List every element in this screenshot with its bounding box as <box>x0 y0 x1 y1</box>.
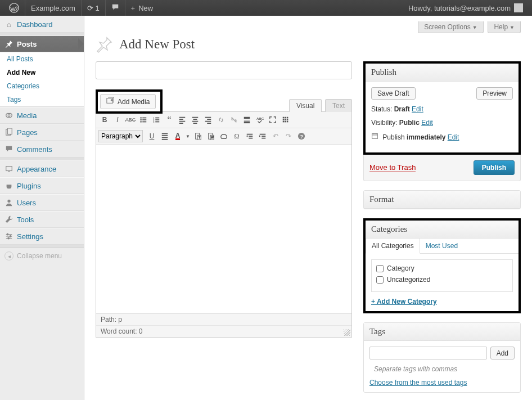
sidebar-sub-categories[interactable]: Categories <box>0 79 84 93</box>
categories-metabox-title[interactable]: Categories <box>366 221 519 239</box>
resize-handle[interactable] <box>344 329 350 336</box>
toolbar-fullscreen[interactable] <box>267 114 279 126</box>
sidebar-item-pages[interactable]: Pages <box>0 124 84 141</box>
editor-tab-text[interactable]: Text <box>325 99 352 112</box>
toolbar-paste-text[interactable]: T <box>192 130 204 142</box>
svg-rect-26 <box>244 122 250 124</box>
wp-logo[interactable] <box>3 0 25 16</box>
toolbar-remove-formatting[interactable] <box>218 130 230 142</box>
toolbar-underline[interactable]: U <box>146 130 158 142</box>
toolbar-unlink[interactable] <box>228 114 240 126</box>
add-media-button[interactable]: Add Media <box>100 94 156 109</box>
screen-options-button[interactable]: Screen Options▼ <box>418 21 484 33</box>
editor-tab-visual[interactable]: Visual <box>289 99 322 112</box>
svg-text:?: ? <box>300 134 303 140</box>
toolbar-redo[interactable]: ↷ <box>282 130 295 142</box>
category-checkbox[interactable] <box>376 265 384 272</box>
svg-rect-23 <box>155 122 159 123</box>
svg-point-7 <box>7 233 8 235</box>
toolbar-align-justify[interactable] <box>159 130 171 142</box>
toolbar-align-left[interactable] <box>176 114 188 126</box>
save-draft-button[interactable]: Save Draft <box>371 87 416 100</box>
collapse-menu[interactable]: ◂ Collapse menu <box>0 248 84 264</box>
add-new-category-link[interactable]: + Add New Category <box>371 298 437 305</box>
toolbar-special-char[interactable]: Ω <box>231 130 243 142</box>
visibility-label: Visibility: <box>371 119 397 127</box>
svg-point-12 <box>140 117 142 119</box>
preview-button[interactable]: Preview <box>476 87 513 100</box>
toolbar-outdent[interactable] <box>244 130 256 142</box>
sidebar-item-comments[interactable]: Comments <box>0 141 84 158</box>
sidebar-item-users[interactable]: Users <box>0 194 84 211</box>
admin-bar-account[interactable]: Howdy, tutorials@example.com <box>403 0 529 16</box>
admin-bar-new[interactable]: +New <box>125 0 159 16</box>
toolbar-numbered-list[interactable]: 123 <box>150 114 163 126</box>
toolbar-paste-word[interactable]: W <box>205 130 217 142</box>
toolbar-strikethrough[interactable]: ABC <box>124 114 137 126</box>
toolbar-color-dropdown[interactable]: ▼ <box>184 130 191 142</box>
sidebar-item-appearance[interactable]: Appearance <box>0 160 84 177</box>
updates-count: 1 <box>95 4 99 12</box>
help-button[interactable]: Help▼ <box>488 21 521 33</box>
category-item[interactable]: Uncategorized <box>376 276 508 284</box>
edit-visibility-link[interactable]: Edit <box>421 119 433 127</box>
toolbar-bold[interactable]: B <box>98 114 111 126</box>
categories-tab-all[interactable]: All Categories <box>366 239 420 254</box>
tags-metabox-title[interactable]: Tags <box>364 323 520 341</box>
sidebar-item-posts[interactable]: Posts <box>0 35 84 52</box>
toolbar-format-select[interactable]: Paragraph <box>98 130 143 142</box>
status-value: Draft <box>394 105 410 113</box>
sidebar-label: Dashboard <box>17 20 53 29</box>
admin-bar: Example.com ⟳ 1 +New Howdy, tutorials@ex… <box>0 0 532 16</box>
tools-icon <box>4 215 13 224</box>
toolbar-quote[interactable]: “ <box>163 114 175 126</box>
toolbar-italic[interactable]: I <box>111 114 124 126</box>
sidebar-label: Pages <box>17 128 38 137</box>
sidebar-item-dashboard[interactable]: ⌂ Dashboard <box>0 16 84 33</box>
publish-metabox-title[interactable]: Publish <box>366 64 519 82</box>
toolbar-insert-more[interactable] <box>241 114 253 126</box>
toolbar-align-center[interactable] <box>189 114 201 126</box>
toolbar-spellcheck[interactable]: ABC <box>254 114 266 126</box>
format-metabox-title[interactable]: Format <box>364 191 520 209</box>
media-icon <box>4 111 13 120</box>
toolbar-text-color[interactable]: A <box>172 130 184 142</box>
toolbar-link[interactable] <box>215 114 227 126</box>
admin-bar-updates[interactable]: ⟳ 1 <box>82 0 106 16</box>
sidebar-sub-add-new[interactable]: Add New <box>0 66 84 79</box>
edit-publish-time-link[interactable]: Edit <box>448 133 459 141</box>
tags-input[interactable] <box>369 347 487 359</box>
category-item[interactable]: Category <box>376 264 508 272</box>
svg-rect-21 <box>155 119 159 120</box>
sidebar-item-plugins[interactable]: Plugins <box>0 177 84 194</box>
svg-rect-19 <box>155 118 159 119</box>
admin-bar-comments[interactable] <box>106 0 125 16</box>
toolbar-help[interactable]: ? <box>295 130 308 142</box>
category-checkbox[interactable] <box>376 276 384 284</box>
admin-bar-site-name[interactable]: Example.com <box>25 0 82 16</box>
sidebar-sub-tags[interactable]: Tags <box>0 93 84 106</box>
add-tag-button[interactable]: Add <box>490 347 515 359</box>
edit-status-link[interactable]: Edit <box>412 105 423 113</box>
sidebar-item-settings[interactable]: Settings <box>0 228 84 245</box>
sidebar-label: Users <box>17 199 36 207</box>
toolbar-indent[interactable] <box>256 130 269 142</box>
toolbar-align-right[interactable] <box>202 114 214 126</box>
editor-body[interactable] <box>96 145 351 313</box>
toolbar-undo[interactable]: ↶ <box>269 130 282 142</box>
choose-tags-link[interactable]: Choose from the most used tags <box>369 379 467 386</box>
toolbar-bullet-list[interactable] <box>137 114 150 126</box>
svg-text:W: W <box>211 136 214 139</box>
sidebar-sub-all-posts[interactable]: All Posts <box>0 52 84 66</box>
categories-tab-most-used[interactable]: Most Used <box>420 239 463 253</box>
help-label: Help <box>494 23 508 31</box>
sidebar-item-tools[interactable]: Tools <box>0 211 84 228</box>
comment-icon <box>4 145 13 154</box>
sidebar-item-media[interactable]: Media <box>0 107 84 124</box>
publish-button[interactable]: Publish <box>474 160 515 175</box>
toolbar-kitchen-sink[interactable] <box>279 114 292 126</box>
post-title-input[interactable] <box>96 61 352 79</box>
move-to-trash-link[interactable]: Move to Trash <box>369 163 416 172</box>
chevron-down-icon: ▼ <box>472 25 477 30</box>
sidebar-label: Appearance <box>17 165 56 173</box>
